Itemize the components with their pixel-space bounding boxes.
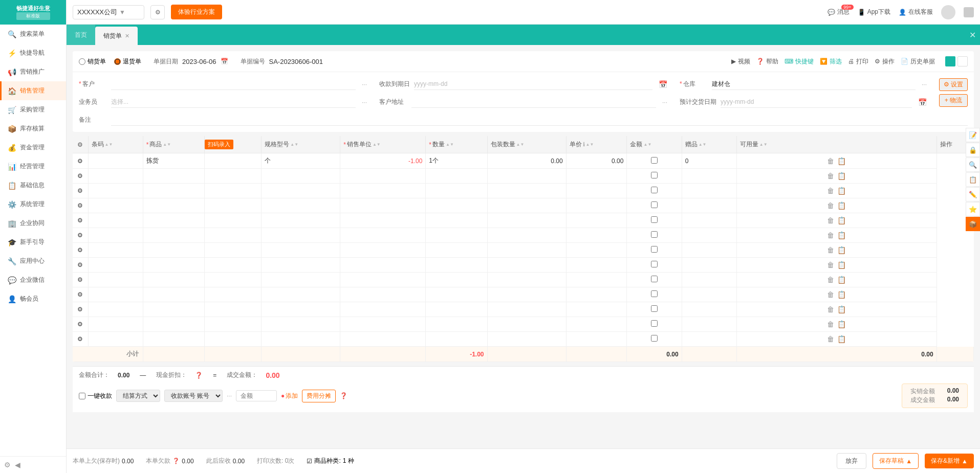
delete-row-icon[interactable]: 🗑 <box>827 172 834 180</box>
th-unit[interactable]: *销售单位▲▼ <box>340 136 426 153</box>
row-barcode[interactable] <box>88 317 143 332</box>
row-amount[interactable] <box>566 213 627 228</box>
customer-more-icon[interactable]: ··· <box>362 81 367 88</box>
row-gift[interactable] <box>627 273 682 287</box>
video-btn[interactable]: ▶ 视频 <box>731 57 750 66</box>
row-quantity[interactable] <box>340 198 426 213</box>
address-more-icon[interactable]: ··· <box>662 99 667 106</box>
row-unit[interactable] <box>262 198 340 213</box>
row-unit-price[interactable] <box>487 169 566 184</box>
sidebar-item-marketing[interactable]: 📢 营销推广 <box>0 62 66 81</box>
salesperson-more-icon[interactable]: ··· <box>362 99 367 106</box>
row-unit[interactable] <box>262 332 340 347</box>
th-spec[interactable]: 规格型号▲▼ <box>262 136 340 153</box>
row-spec[interactable] <box>204 243 261 258</box>
row-quantity[interactable] <box>340 273 426 287</box>
row-settings[interactable]: ⚙ <box>73 317 88 332</box>
row-gift[interactable] <box>627 332 682 347</box>
row-quantity[interactable] <box>340 228 426 243</box>
delete-row-icon[interactable]: 🗑 <box>827 261 834 269</box>
row-unit-price[interactable] <box>487 228 566 243</box>
row-settings[interactable]: ⚙ <box>73 198 88 213</box>
row-unit[interactable] <box>262 213 340 228</box>
row-gift[interactable] <box>627 213 682 228</box>
message-button[interactable]: 💬 消息 99+ <box>827 8 850 16</box>
view-toggle-grid[interactable] <box>957 56 968 66</box>
customer-input[interactable] <box>111 78 356 90</box>
row-amount[interactable] <box>566 169 627 184</box>
delete-row-icon[interactable]: 🗑 <box>827 335 834 343</box>
row-settings[interactable]: ⚙ <box>73 213 88 228</box>
row-product[interactable] <box>143 198 204 213</box>
row-unit-price[interactable] <box>487 332 566 347</box>
save-new-button[interactable]: 保存&新增 ▲ <box>925 454 974 468</box>
receipt-date-input[interactable] <box>414 78 652 90</box>
row-amount[interactable] <box>566 184 627 198</box>
radio-sales[interactable]: 销货单 <box>79 57 106 66</box>
row-amount[interactable] <box>566 243 627 258</box>
settings-button[interactable]: ⚙ <box>150 5 165 19</box>
right-panel-notes[interactable]: 📝 <box>966 128 980 142</box>
row-settings[interactable]: ⚙ <box>73 332 88 347</box>
delete-row-icon[interactable]: 🗑 <box>827 276 834 284</box>
row-product[interactable] <box>143 302 204 317</box>
th-barcode[interactable]: 条码▲▼ <box>88 136 143 153</box>
delete-row-icon[interactable]: 🗑 <box>827 157 834 165</box>
scan-button[interactable]: 扫码录入 <box>205 140 233 149</box>
th-product[interactable]: *商品▲▼ <box>143 136 204 153</box>
th-quantity[interactable]: *数量▲▼ <box>426 136 487 153</box>
row-amount[interactable] <box>566 287 627 302</box>
th-available[interactable]: 可用量▲▼ <box>736 136 937 153</box>
one-click-checkbox[interactable] <box>79 393 85 399</box>
row-product[interactable]: 拣货 <box>143 153 204 169</box>
copy-row-icon[interactable]: 📋 <box>837 231 846 239</box>
row-product[interactable] <box>143 184 204 198</box>
customer-address-input[interactable] <box>411 96 656 108</box>
pay-method-select[interactable]: 结算方式 <box>116 390 160 402</box>
row-product[interactable] <box>143 332 204 347</box>
row-unit-price[interactable] <box>487 198 566 213</box>
row-barcode[interactable] <box>88 243 143 258</box>
row-quantity[interactable] <box>340 287 426 302</box>
row-product[interactable] <box>143 228 204 243</box>
row-gift[interactable] <box>627 317 682 332</box>
row-pack-qty[interactable] <box>426 273 487 287</box>
warehouse-more-icon[interactable]: ··· <box>922 81 927 88</box>
row-barcode[interactable] <box>88 169 143 184</box>
row-spec[interactable] <box>204 258 261 273</box>
right-panel-lock[interactable]: 🔒 <box>966 143 980 157</box>
delete-row-icon[interactable]: 🗑 <box>827 305 834 313</box>
row-pack-qty[interactable] <box>426 302 487 317</box>
sidebar-item-base[interactable]: 📋 基础信息 <box>0 176 66 195</box>
row-pack-qty[interactable] <box>426 184 487 198</box>
row-unit[interactable] <box>262 287 340 302</box>
salesperson-input[interactable] <box>111 96 356 108</box>
row-amount[interactable] <box>566 332 627 347</box>
abandon-button[interactable]: 放弃 <box>837 453 866 469</box>
row-gift[interactable] <box>627 302 682 317</box>
row-quantity[interactable] <box>340 213 426 228</box>
sidebar-item-apps[interactable]: 🔧 应用中心 <box>0 252 66 271</box>
user-menu[interactable] <box>964 7 974 17</box>
row-gift[interactable] <box>627 243 682 258</box>
expected-date-calendar-icon[interactable]: 📅 <box>918 98 927 106</box>
row-product[interactable] <box>143 287 204 302</box>
th-gift[interactable]: 赠品▲▼ <box>682 136 736 153</box>
row-spec[interactable] <box>204 198 261 213</box>
close-window-icon[interactable]: ✕ <box>969 30 976 40</box>
trial-button[interactable]: 体验行业方案 <box>171 5 222 19</box>
account-select[interactable]: 收款账号 账号 <box>164 390 223 402</box>
row-product[interactable] <box>143 169 204 184</box>
copy-row-icon[interactable]: 📋 <box>837 246 846 254</box>
copy-row-icon[interactable]: 📋 <box>837 276 846 284</box>
row-barcode[interactable] <box>88 332 143 347</box>
amount-input[interactable] <box>236 390 277 401</box>
tab-sales-order[interactable]: 销货单 ✕ <box>95 27 138 45</box>
row-pack-qty[interactable] <box>426 332 487 347</box>
row-gift[interactable] <box>627 228 682 243</box>
delete-row-icon[interactable]: 🗑 <box>827 216 834 224</box>
row-spec[interactable] <box>204 169 261 184</box>
sidebar-item-sales[interactable]: 🏠 销售管理 <box>0 81 66 100</box>
app-download-button[interactable]: 📱 App下载 <box>858 8 890 16</box>
row-settings[interactable]: ⚙ <box>73 258 88 273</box>
